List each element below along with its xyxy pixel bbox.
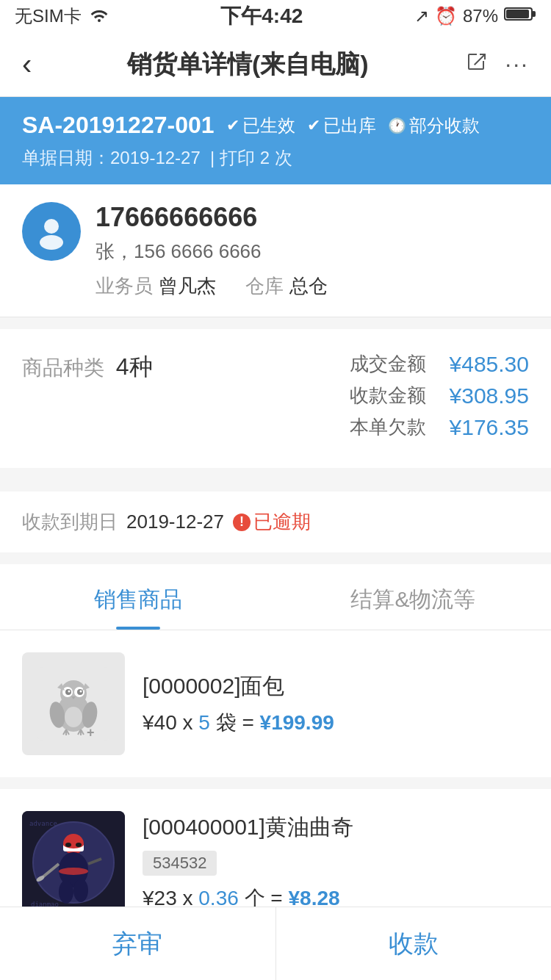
svg-point-24 — [76, 843, 82, 847]
svg-point-12 — [68, 691, 71, 693]
share-icon[interactable] — [464, 48, 490, 81]
stats-section: 商品种类 4种 成交金额 ¥485.30 收款金额 ¥308.95 本单欠款 ¥… — [0, 329, 551, 468]
tab-settlement[interactable]: 结算&物流等 — [276, 564, 551, 630]
svg-point-13 — [80, 691, 82, 693]
status-left: 无SIM卡 — [15, 4, 109, 28]
warehouse-info: 仓库 总仓 — [245, 273, 328, 299]
received-amount-row: 收款金额 ¥308.95 — [350, 383, 529, 408]
svg-text:+: + — [87, 725, 95, 740]
product-item-1: + [0000002]面包 ¥40 x 5 袋 = ¥199.99 — [0, 630, 551, 777]
status-shipped: ✔ 已出库 — [307, 114, 376, 137]
svg-point-29 — [59, 880, 73, 904]
customer-meta: 业务员 曾凡杰 仓库 总仓 — [96, 273, 529, 299]
svg-point-16 — [65, 707, 82, 727]
product-name-1: [0000002]面包 — [143, 671, 529, 702]
overdue-badge: ! 已逾期 — [233, 509, 311, 535]
sim-status: 无SIM卡 — [15, 4, 82, 28]
tabs-section: 销售商品 结算&物流等 — [0, 564, 551, 630]
product-info-2: [000400001]黄油曲奇 534532 ¥23 x 0.36 个 = ¥8… — [143, 813, 529, 912]
product-info-1: [0000002]面包 ¥40 x 5 袋 = ¥199.99 — [143, 671, 529, 737]
customer-info: 17666666666 张，156 6666 6666 业务员 曾凡杰 仓库 总… — [96, 202, 529, 299]
bottom-bar: 弃审 收款 — [0, 907, 551, 980]
nav-bar: ‹ 销货单详情(来自电脑) ··· — [0, 32, 551, 97]
svg-point-30 — [73, 879, 88, 902]
product-price-1: ¥40 x 5 袋 = ¥199.99 — [143, 709, 529, 737]
cancel-audit-button[interactable]: 弃审 — [0, 907, 276, 980]
status-right: ↗ ⏰ 87% — [414, 6, 536, 26]
product-sku-2: 534532 — [143, 851, 217, 876]
more-icon[interactable]: ··· — [505, 51, 529, 78]
svg-text:advance: advance — [29, 820, 57, 827]
customer-name: 17666666666 — [96, 202, 529, 233]
svg-point-23 — [65, 843, 71, 847]
order-id: SA-20191227-001 — [22, 112, 215, 139]
tab-underline — [116, 627, 160, 630]
owed-amount-row: 本单欠款 ¥176.35 — [350, 414, 529, 440]
svg-point-3 — [44, 219, 59, 234]
alarm-icon: ⏰ — [435, 6, 457, 26]
order-date-info: 单据日期：2019-12-27 | 打印 2 次 — [22, 146, 529, 170]
collect-payment-button[interactable]: 收款 — [276, 907, 552, 980]
product-image-1: + — [22, 652, 125, 755]
nav-actions: ··· — [464, 48, 529, 81]
wifi-icon — [89, 6, 109, 26]
customer-sub-info: 张，156 6666 6666 — [96, 239, 529, 264]
svg-point-4 — [40, 235, 63, 250]
transaction-amount-row: 成交金额 ¥485.30 — [350, 351, 529, 377]
battery-level: 87% — [463, 6, 498, 26]
status-badges: ✔ 已生效 ✔ 已出库 🕐 部分收款 — [226, 114, 480, 137]
status-time: 下午4:42 — [220, 2, 303, 30]
product-type-count: 商品种类 4种 — [22, 351, 153, 383]
back-button[interactable]: ‹ — [22, 48, 32, 81]
product-image-2: dianmao advance — [22, 811, 125, 914]
customer-section: 17666666666 张，156 6666 6666 业务员 曾凡杰 仓库 总… — [0, 184, 551, 317]
page-title: 销货单详情(来自电脑) — [127, 48, 369, 82]
status-partial: 🕐 部分收款 — [388, 114, 480, 137]
svg-rect-2 — [506, 10, 529, 18]
status-bar: 无SIM卡 下午4:42 ↗ ⏰ 87% — [0, 0, 551, 32]
location-icon: ↗ — [414, 6, 429, 26]
product-name-2: [000400001]黄油曲奇 — [143, 813, 529, 843]
svg-rect-1 — [532, 11, 536, 17]
tab-sales-products[interactable]: 销售商品 — [0, 564, 276, 630]
amount-stats: 成交金额 ¥485.30 收款金额 ¥308.95 本单欠款 ¥176.35 — [350, 351, 529, 446]
avatar — [22, 202, 81, 261]
overdue-icon: ! — [233, 514, 251, 531]
battery-icon — [504, 6, 536, 26]
tabs-row: 销售商品 结算&物流等 — [0, 564, 551, 630]
due-date-section: 收款到期日 2019-12-27 ! 已逾期 — [0, 491, 551, 552]
order-header-banner: SA-20191227-001 ✔ 已生效 ✔ 已出库 🕐 部分收款 单据日期：… — [0, 97, 551, 184]
svg-point-31 — [59, 868, 88, 875]
product-list: + [0000002]面包 ¥40 x 5 袋 = ¥199.99 — [0, 630, 551, 936]
status-activated: ✔ 已生效 — [226, 114, 295, 137]
agent-info: 业务员 曾凡杰 — [96, 273, 216, 299]
